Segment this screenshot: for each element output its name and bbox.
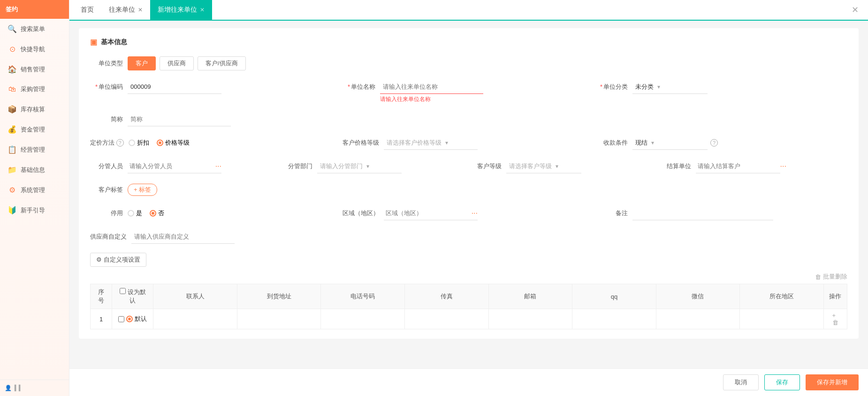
settlement-input-wrap: ··· (696, 159, 780, 173)
required-star2: * (348, 83, 350, 90)
settlement-more-btn[interactable]: ··· (780, 162, 786, 171)
region-table-input[interactable] (745, 316, 819, 323)
tab-partners[interactable]: 往来单位 ✕ (101, 0, 150, 21)
sidebar-item-guide[interactable]: 🔰 新手引导 (0, 200, 69, 220)
email-input[interactable] (494, 316, 568, 323)
cell-wechat[interactable] (656, 309, 740, 329)
tab-new-partner-close[interactable]: ✕ (200, 7, 205, 13)
tab-new-partner[interactable]: 新增往来单位 ✕ (150, 0, 212, 21)
radio-discount[interactable]: 折扣 (129, 139, 149, 147)
unit-code-input[interactable] (128, 80, 221, 94)
payment-terms-label: 收款条件 (595, 135, 632, 150)
payment-help-icon[interactable]: ? (710, 139, 718, 147)
fax-input[interactable] (410, 316, 484, 323)
department-select[interactable]: 请输入分管部门 ▾ (317, 159, 402, 173)
sidebar-item-search[interactable]: 🔍 搜索菜单 (0, 19, 69, 39)
sidebar-item-operations[interactable]: 📋 经营管理 (0, 140, 69, 160)
sidebar-item-basic[interactable]: 📁 基础信息 (0, 160, 69, 180)
unit-name-input[interactable] (380, 80, 483, 94)
settlement-field: 结算单位 ··· (658, 159, 848, 174)
settlement-input[interactable] (696, 163, 778, 170)
delete-row-btn[interactable]: 🗑 (832, 319, 838, 326)
purchase-icon: 🛍 (8, 85, 17, 93)
cell-email[interactable] (488, 309, 572, 329)
customer-price-level-select[interactable]: 请选择客户价格等级 ▾ (384, 136, 478, 150)
disabled-radio-group: 是 否 (128, 209, 164, 217)
sidebar-item-label: 资金管理 (21, 125, 45, 134)
manager-row: 分管人员 ··· 分管部门 请输入分管部门 ▾ 客户等级 (90, 159, 847, 174)
row-default-circle (126, 316, 133, 322)
cell-region[interactable] (740, 309, 824, 329)
wechat-input[interactable] (661, 316, 735, 323)
col-phone: 电话号码 (321, 284, 405, 309)
sidebar-item-label: 搜索菜单 (21, 25, 45, 33)
department-placeholder: 请输入分管部门 (320, 162, 363, 171)
radio-disabled-yes[interactable]: 是 (128, 209, 142, 217)
pricing-help-icon[interactable]: ? (116, 139, 124, 147)
radio-yes-circle (128, 210, 134, 217)
sidebar-item-label: 系统管理 (21, 186, 45, 194)
tab-partners-close[interactable]: ✕ (138, 7, 143, 13)
tab-partners-label: 往来单位 (109, 6, 135, 14)
row-default-label: 默认 (135, 315, 147, 323)
radio-discount-circle (129, 140, 135, 146)
select-all-checkbox[interactable] (120, 288, 126, 294)
customer-level-select[interactable]: 请选择客户等级 ▾ (506, 159, 581, 173)
user-avatar-icon: 👤 (5, 385, 12, 391)
supplier-custom-input[interactable] (131, 230, 235, 244)
save-and-new-button[interactable]: 保存并新增 (806, 374, 859, 390)
region-input[interactable] (384, 210, 470, 217)
remarks-input[interactable] (632, 206, 773, 220)
sidebar: 签约 🔍 搜索菜单 ⊙ 快捷导航 🏠 销售管理 🛍 采购管理 📦 库存核算 💰 … (0, 0, 69, 396)
contacts-table: 序号 设为默认 联系人 到货地址 电话号码 传真 邮箱 qq 微信 (90, 284, 847, 329)
cell-qq[interactable] (572, 309, 656, 329)
batch-delete-button[interactable]: 🗑 批量删除 (815, 272, 847, 281)
save-button[interactable]: 保存 (764, 374, 800, 390)
department-label: 分管部门 (280, 159, 317, 174)
cell-phone[interactable] (321, 309, 405, 329)
phone-input[interactable] (326, 316, 400, 323)
payment-terms-field: 收款条件 现结 ▾ ? (595, 135, 847, 150)
sidebar-item-quick-nav[interactable]: ⊙ 快捷导航 (0, 39, 69, 59)
radio-price-level[interactable]: 价格等级 (157, 139, 190, 147)
radio-no-label: 否 (158, 209, 164, 217)
unit-btn-supplier[interactable]: 供应商 (160, 56, 194, 70)
disabled-field: 停用 是 否 (90, 206, 343, 221)
main-close-button[interactable]: ✕ (846, 5, 864, 15)
sidebar-item-system[interactable]: ⚙ 系统管理 (0, 180, 69, 200)
row-checkbox[interactable] (118, 316, 124, 322)
cell-address[interactable] (237, 309, 321, 329)
contact-input[interactable] (158, 316, 232, 323)
customer-tag-row: 客户标签 + 标签 (90, 182, 847, 197)
tab-home[interactable]: 首页 (73, 0, 101, 21)
region-more-btn[interactable]: ··· (472, 209, 478, 217)
cancel-button[interactable]: 取消 (723, 374, 759, 390)
short-name-input[interactable] (128, 112, 231, 126)
operations-icon: 📋 (8, 145, 17, 154)
sidebar-item-finance[interactable]: 💰 资金管理 (0, 119, 69, 140)
sidebar-item-purchase[interactable]: 🛍 采购管理 (0, 79, 69, 99)
unit-category-select[interactable]: 未分类 ▾ (632, 80, 708, 94)
unit-code-field: *单位编码 (90, 79, 343, 94)
sidebar-item-inventory[interactable]: 📦 库存核算 (0, 99, 69, 119)
add-row-btn[interactable]: + (832, 312, 836, 319)
row-default-radio[interactable]: 默认 (126, 315, 147, 323)
main-area: 首页 往来单位 ✕ 新增往来单位 ✕ ✕ ▣ 基本信息 单位类型 客户 (69, 0, 868, 396)
radio-disabled-no[interactable]: 否 (150, 209, 164, 217)
address-input[interactable] (242, 316, 316, 323)
manager-field: 分管人员 ··· (90, 159, 280, 174)
sidebar-item-sales[interactable]: 🏠 销售管理 (0, 59, 69, 79)
unit-btn-both[interactable]: 客户/供应商 (198, 56, 246, 70)
manager-input[interactable] (128, 163, 213, 170)
cell-fax[interactable] (404, 309, 488, 329)
col-qq: qq (572, 284, 656, 309)
unit-btn-customer[interactable]: 客户 (128, 56, 156, 70)
short-name-row: 简称 (90, 112, 847, 127)
qq-input[interactable] (577, 316, 651, 323)
payment-terms-select[interactable]: 现结 ▾ (632, 136, 708, 150)
cell-contact[interactable] (153, 309, 237, 329)
system-icon: ⚙ (8, 186, 17, 194)
custom-settings-button[interactable]: ⚙ 自定义项设置 (90, 253, 146, 267)
manager-more-btn[interactable]: ··· (215, 162, 221, 171)
add-tag-button[interactable]: + 标签 (128, 184, 157, 196)
